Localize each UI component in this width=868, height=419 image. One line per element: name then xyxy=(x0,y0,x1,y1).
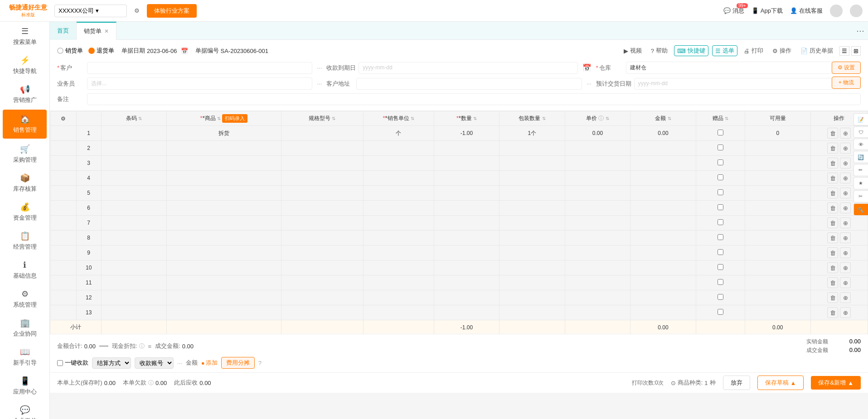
expected-date-input[interactable]: yyyy-mm-dd xyxy=(634,78,847,90)
avatar2[interactable] xyxy=(850,5,863,17)
row-goods-12[interactable] xyxy=(167,305,281,320)
company-selector[interactable]: XXXXXX公司 ▾ xyxy=(54,5,127,17)
row-gift-6[interactable] xyxy=(696,216,745,231)
gift-checkbox-5[interactable] xyxy=(718,204,723,210)
delete-row-btn-8[interactable]: 🗑 xyxy=(827,247,838,258)
row-goods-0[interactable]: 拆货 xyxy=(167,126,281,141)
toolbar-select-btn[interactable]: ☰ 选单 xyxy=(712,45,737,56)
row-spec-8[interactable] xyxy=(281,246,363,260)
delete-row-btn-7[interactable]: 🗑 xyxy=(827,232,838,243)
row-packqty-8[interactable] xyxy=(499,246,565,260)
row-packqty-11[interactable] xyxy=(499,290,565,305)
th-gift[interactable]: 赠品 ⇅ xyxy=(696,111,745,126)
gift-checkbox-10[interactable] xyxy=(718,279,723,285)
gift-checkbox-12[interactable] xyxy=(718,309,723,315)
sidebar-item-operation[interactable]: 📋 经营管理 xyxy=(0,226,49,255)
gift-checkbox-11[interactable] xyxy=(718,294,723,300)
row-spec-7[interactable] xyxy=(281,231,363,246)
th-gear[interactable]: ⚙ xyxy=(50,111,77,126)
row-spec-12[interactable] xyxy=(281,305,363,320)
customer-dots[interactable]: ··· xyxy=(317,64,322,71)
row-price-2[interactable] xyxy=(565,156,630,171)
row-packqty-5[interactable] xyxy=(499,201,565,216)
sidebar-item-purchase[interactable]: 🛒 采购管理 xyxy=(0,140,49,169)
row-barcode-1[interactable] xyxy=(101,141,166,156)
gift-checkbox-6[interactable] xyxy=(718,219,723,225)
row-qty-12[interactable] xyxy=(434,305,499,320)
row-qty-2[interactable] xyxy=(434,156,499,171)
copy-row-btn-10[interactable]: ⊕ xyxy=(840,277,851,288)
gift-checkbox-4[interactable] xyxy=(718,189,723,195)
row-goods-1[interactable] xyxy=(167,141,281,156)
row-goods-6[interactable] xyxy=(167,216,281,231)
gift-checkbox-2[interactable] xyxy=(718,159,723,165)
radio-sales-order[interactable]: 销货单 xyxy=(57,47,83,55)
row-unit-4[interactable] xyxy=(363,186,434,201)
row-amount-0[interactable]: 0.00 xyxy=(630,126,696,141)
row-price-4[interactable] xyxy=(565,186,630,201)
row-gift-2[interactable] xyxy=(696,156,745,171)
row-spec-5[interactable] xyxy=(281,201,363,216)
copy-row-btn-4[interactable]: ⊕ xyxy=(840,188,851,198)
row-gift-1[interactable] xyxy=(696,141,745,156)
row-packqty-3[interactable] xyxy=(499,171,565,186)
row-unit-6[interactable] xyxy=(363,216,434,231)
sidebar-item-quick-nav[interactable]: ⚡ 快捷导航 xyxy=(0,51,49,80)
row-packqty-4[interactable] xyxy=(499,186,565,201)
copy-row-btn-7[interactable]: ⊕ xyxy=(840,232,851,243)
row-qty-8[interactable] xyxy=(434,246,499,260)
th-packqty[interactable]: 包装数量 ⇅ xyxy=(499,111,565,126)
gift-checkbox-9[interactable] xyxy=(718,264,723,270)
scan-btn[interactable]: 扫码录入 xyxy=(222,114,247,123)
row-price-0[interactable]: 0.00 xyxy=(565,126,630,141)
add-payment-btn[interactable]: ● 添加 xyxy=(201,359,218,367)
row-gift-5[interactable] xyxy=(696,201,745,216)
row-qty-3[interactable] xyxy=(434,171,499,186)
sidebar-item-wechat[interactable]: 💬 企业微信 xyxy=(0,400,49,419)
save-draft-btn[interactable]: 保存草稿 ▲ xyxy=(757,376,804,390)
delete-row-btn-5[interactable]: 🗑 xyxy=(827,202,838,213)
rs-notes-btn[interactable]: 📝 xyxy=(853,113,868,125)
gift-checkbox-3[interactable] xyxy=(718,174,723,180)
copy-row-btn-1[interactable]: ⊕ xyxy=(840,143,851,154)
row-barcode-9[interactable] xyxy=(101,260,166,275)
row-spec-0[interactable] xyxy=(281,126,363,141)
row-amount-9[interactable] xyxy=(630,260,696,275)
remark-input[interactable] xyxy=(87,93,861,105)
copy-row-btn-2[interactable]: ⊕ xyxy=(840,158,851,169)
copy-row-btn-3[interactable]: ⊕ xyxy=(840,173,851,183)
row-spec-11[interactable] xyxy=(281,290,363,305)
toolbar-help-btn[interactable]: ? 帮助 xyxy=(648,46,670,56)
sidebar-item-sales[interactable]: 🏠 销售管理 xyxy=(3,110,47,139)
row-unit-9[interactable] xyxy=(363,260,434,275)
sidebar-item-search[interactable]: ☰ 搜索菜单 xyxy=(0,22,49,51)
row-packqty-0[interactable]: 1个 xyxy=(499,126,565,141)
row-packqty-2[interactable] xyxy=(499,156,565,171)
row-packqty-12[interactable] xyxy=(499,305,565,320)
row-barcode-5[interactable] xyxy=(101,201,166,216)
payment-method-select[interactable]: 结算方式 xyxy=(92,357,131,369)
th-spec[interactable]: 规格型号 ⇅ xyxy=(281,111,363,126)
th-goods[interactable]: *商品 ⇅ 扫码录入 xyxy=(167,111,281,126)
delete-row-btn-3[interactable]: 🗑 xyxy=(827,173,838,183)
row-unit-5[interactable] xyxy=(363,201,434,216)
row-gift-3[interactable] xyxy=(696,171,745,186)
row-price-7[interactable] xyxy=(565,231,630,246)
abandon-btn[interactable]: 放弃 xyxy=(723,376,750,390)
row-spec-2[interactable] xyxy=(281,156,363,171)
expense-btn[interactable]: 费用分摊 xyxy=(221,357,255,369)
copy-row-btn-5[interactable]: ⊕ xyxy=(840,202,851,213)
one-click-pay-check[interactable] xyxy=(57,360,63,366)
customer-addr-dots[interactable]: ··· xyxy=(587,80,592,87)
row-qty-7[interactable] xyxy=(434,231,499,246)
row-amount-8[interactable] xyxy=(630,246,696,260)
row-goods-4[interactable] xyxy=(167,186,281,201)
row-qty-0[interactable]: -1.00 xyxy=(434,126,499,141)
row-packqty-6[interactable] xyxy=(499,216,565,231)
row-price-6[interactable] xyxy=(565,216,630,231)
row-amount-1[interactable] xyxy=(630,141,696,156)
row-qty-5[interactable] xyxy=(434,201,499,216)
tab-sales-order[interactable]: 销货单 ✕ xyxy=(77,22,116,40)
delete-row-btn-1[interactable]: 🗑 xyxy=(827,143,838,154)
payment-account-select[interactable]: 收款账号 xyxy=(135,357,174,369)
